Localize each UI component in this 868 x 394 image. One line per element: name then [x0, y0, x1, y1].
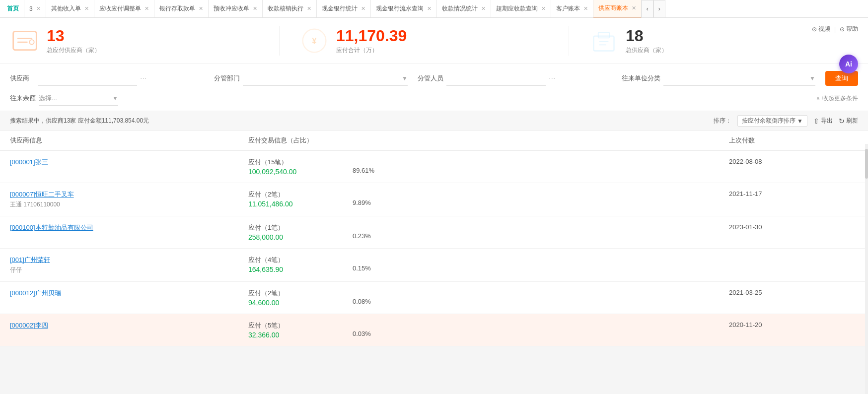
nav-bar: 首页 3 ✕ 其他收入单 ✕ 应收应付调整单 ✕ 银行存取款单 ✕ 预收冲应收单… [0, 0, 868, 18]
supplier-link-2[interactable]: [000007]恒旺二手叉车 [10, 190, 248, 199]
close-icon[interactable]: ✕ [541, 5, 546, 12]
balance-dropdown-arrow: ▼ [112, 95, 118, 102]
nav-tab-3[interactable]: 3 ✕ [24, 0, 46, 18]
person-dots[interactable]: ··· [549, 74, 555, 83]
supplier-dots[interactable]: ··· [140, 74, 146, 83]
tab-overdue-query-label: 超期应收款查询 [496, 4, 538, 13]
results-right: 排序： 按应付余额倒序排序 ▼ ⇧ 导出 ↻ 刷新 [714, 115, 858, 127]
payable-suppliers-number: 13 [47, 27, 100, 45]
export-icon: ⇧ [813, 117, 819, 125]
help-link[interactable]: ⊙ 帮助 [840, 25, 858, 33]
dept-dropdown-arrow: ▼ [402, 75, 408, 82]
close-icon[interactable]: ✕ [632, 5, 636, 11]
card-content-3: 18 总供应商（家） [626, 27, 667, 55]
supplier-link-1[interactable]: [000001]张三 [10, 158, 248, 167]
supplier-link-6[interactable]: [000002]李四 [10, 321, 248, 330]
category-label: 往来单位分类 [622, 74, 660, 83]
table-header: 供应商信息 应付交易信息（占比） 上次付数 [0, 131, 868, 151]
nav-tab-bank-deposit[interactable]: 银行存取款单 ✕ [154, 0, 209, 18]
nav-tab-overdue-query[interactable]: 超期应收款查询 ✕ [491, 0, 551, 18]
refresh-icon: ↻ [839, 117, 845, 125]
category-select[interactable]: ▼ [663, 71, 816, 86]
close-icon[interactable]: ✕ [36, 5, 41, 12]
supplier-cell-2: [000007]恒旺二手叉车 王通 17106110000 [10, 190, 248, 209]
help-icon: ⊙ [840, 26, 845, 33]
tx-amount-2: 11,051,486.00 [248, 200, 348, 208]
nav-arrow-left[interactable]: ‹ [642, 0, 653, 18]
summary-card-payable-suppliers: 13 总应付供应商（家） [10, 26, 280, 56]
tx-amount-5: 94,600.00 [248, 299, 348, 307]
last-pay-3: 2023-01-30 [729, 223, 858, 231]
close-icon[interactable]: ✕ [583, 5, 588, 12]
payable-total-label: 应付合计（万） [336, 46, 407, 55]
nav-tab-collection-stats[interactable]: 收款情况统计 ✕ [437, 0, 491, 18]
supplier-link-3[interactable]: [000100]本特勤油品有限公司 [10, 223, 248, 232]
tx-percent-4: 0.15% [348, 256, 371, 272]
supplier-table: 供应商信息 应付交易信息（占比） 上次付数 [000001]张三 应付（15笔）… [0, 131, 868, 346]
nav-tab-other-income[interactable]: 其他收入单 ✕ [46, 0, 94, 18]
col-last-pay: 上次付数 [729, 136, 858, 145]
collapse-button[interactable]: ∧ 收起更多条件 [816, 92, 858, 105]
close-icon[interactable]: ✕ [481, 5, 486, 12]
nav-tab-ar-ap-adjust[interactable]: 应收应付调整单 ✕ [94, 0, 154, 18]
col-tx-info: 应付交易信息（占比） [248, 136, 729, 145]
supplier-cell-6: [000002]李四 [10, 321, 248, 330]
sort-value: 按应付余额倒序排序 [742, 117, 796, 125]
tx-label-4: 应付（4笔） [248, 256, 348, 264]
supplier-link-4[interactable]: [001]广州荣轩 [10, 256, 248, 264]
payable-suppliers-label: 总应付供应商（家） [47, 46, 100, 55]
nav-tab-cash-bank-flow[interactable]: 现金银行流水查询 ✕ [371, 0, 437, 18]
supplier-cell-3: [000100]本特勤油品有限公司 [10, 223, 248, 232]
tab-ar-ap-adjust-label: 应收应付调整单 [99, 4, 141, 13]
supplier-input[interactable] [38, 71, 137, 86]
close-icon[interactable]: ✕ [84, 5, 89, 12]
close-icon[interactable]: ✕ [145, 5, 149, 12]
tx-percent-1: 89.61% [348, 158, 374, 174]
card-content-2: 11,170.39 应付合计（万） [336, 27, 407, 55]
sort-select[interactable]: 按应付余额倒序排序 ▼ [737, 115, 807, 127]
tx-percent-2: 9.89% [348, 190, 371, 206]
close-icon[interactable]: ✕ [361, 5, 365, 12]
nav-tab-cash-bank-stats[interactable]: 现金银行统计 ✕ [317, 0, 371, 18]
nav-tab-customer-ledger[interactable]: 客户账本 ✕ [551, 0, 593, 18]
dept-select[interactable]: ▼ [243, 71, 408, 86]
export-button[interactable]: ⇧ 导出 [813, 117, 833, 125]
last-pay-5: 2021-03-25 [729, 289, 858, 296]
close-icon[interactable]: ✕ [253, 5, 257, 12]
tx-amount-1: 100,092,540.00 [248, 168, 348, 176]
tx-percent-3: 0.23% [348, 223, 371, 240]
total-suppliers-label: 总供应商（家） [626, 46, 667, 55]
card-icon-2: ¥ [299, 26, 329, 56]
close-icon[interactable]: ✕ [199, 5, 203, 12]
tab-customer-ledger-label: 客户账本 [556, 4, 580, 13]
supplier-link-5[interactable]: [000012]广州贝瑞 [10, 289, 248, 298]
tx-label-5: 应付（2笔） [248, 289, 348, 298]
person-input[interactable] [446, 71, 546, 86]
results-text: 搜索结果中，供应商13家 应付金额111,703,854.00元 [10, 117, 149, 125]
scrollbar-thumb[interactable] [865, 149, 868, 179]
scrollbar[interactable] [865, 144, 868, 346]
video-link[interactable]: ⊙ 视频 [812, 25, 830, 33]
tx-amount-3: 258,000.00 [248, 233, 348, 241]
home-label: 首页 [7, 4, 19, 13]
search-button[interactable]: 查询 [825, 71, 858, 86]
tab-cash-bank-stats-label: 现金银行统计 [322, 4, 358, 13]
tx-percent-6: 0.03% [348, 321, 371, 337]
balance-select[interactable]: 选择... ▼ [39, 91, 118, 106]
close-icon[interactable]: ✕ [307, 5, 311, 12]
nav-tab-advance-collection[interactable]: 预收冲应收单 ✕ [209, 0, 263, 18]
nav-tab-collection-exec[interactable]: 收款核销执行 ✕ [263, 0, 317, 18]
nav-arrow-right[interactable]: › [653, 0, 665, 18]
tab-3-label: 3 [29, 5, 33, 12]
close-icon[interactable]: ✕ [427, 5, 432, 12]
nav-tab-home[interactable]: 首页 [2, 0, 24, 18]
refresh-button[interactable]: ↻ 刷新 [839, 117, 858, 125]
tx-label-2: 应付（2笔） [248, 190, 348, 199]
ai-button[interactable]: Ai [839, 55, 858, 73]
supplier-cell-1: [000001]张三 [10, 158, 248, 167]
balance-placeholder: 选择... [39, 94, 57, 103]
tx-cell-2: 应付（2笔） 11,051,486.00 9.89% [248, 190, 729, 208]
results-bar: 搜索结果中，供应商13家 应付金额111,703,854.00元 排序： 按应付… [0, 111, 868, 131]
nav-tab-supplier-ledger[interactable]: 供应商账本 ✕ [593, 0, 642, 18]
tab-collection-exec-label: 收款核销执行 [268, 4, 303, 13]
